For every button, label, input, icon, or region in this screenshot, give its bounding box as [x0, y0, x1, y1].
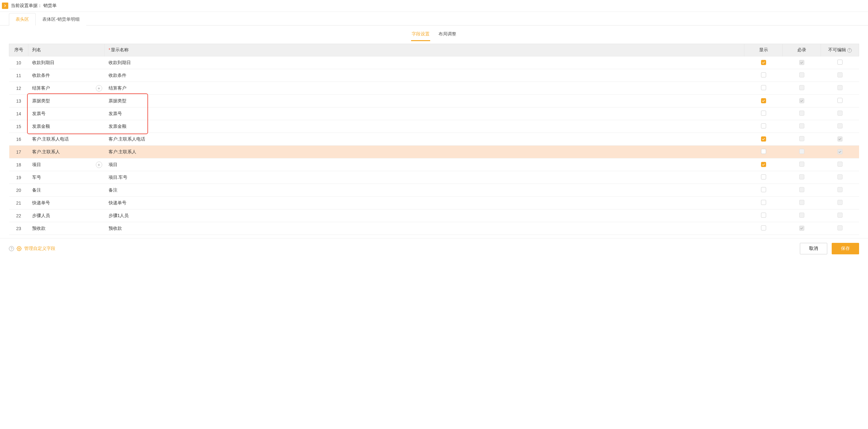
colname-cell: 快递单号 [28, 197, 105, 209]
show-cell [744, 222, 783, 235]
noedit-cell [821, 159, 859, 171]
noedit-cell [821, 146, 859, 159]
table-row: 23 预收款 预收款 [9, 222, 859, 235]
required-cell [783, 209, 821, 222]
display-name-cell[interactable]: 客户.主联系人 [105, 146, 744, 159]
noedit-checkbox [837, 73, 842, 78]
display-name-cell[interactable]: 备注 [105, 184, 744, 197]
seq-cell: 18 [9, 159, 28, 171]
show-cell [744, 184, 783, 197]
show-cell [744, 209, 783, 222]
sub-tab-1[interactable]: 布局调整 [438, 30, 457, 41]
noedit-checkbox [837, 187, 842, 192]
seq-cell: 23 [9, 222, 28, 235]
display-name-cell[interactable]: 项目 [105, 159, 744, 171]
show-checkbox[interactable] [761, 174, 766, 179]
display-name-cell[interactable]: 预收款 [105, 222, 744, 235]
display-name-cell[interactable]: 票据类型 [105, 95, 744, 107]
show-checkbox[interactable] [761, 98, 766, 103]
col-header-display: *显示名称 [105, 44, 744, 56]
table-row: 15 发票金额 发票金额 [9, 120, 859, 133]
table-body: 10 收款到期日 收款到期日 11 收款条件 收款条件 12 结算客户+ 结算客… [9, 56, 859, 235]
required-checkbox [799, 111, 804, 116]
noedit-checkbox [837, 162, 842, 167]
required-cell [783, 69, 821, 82]
colname-cell: 发票金额 [28, 120, 105, 133]
chevron-right-icon [3, 4, 7, 8]
noedit-checkbox [837, 149, 842, 154]
show-checkbox[interactable] [761, 85, 766, 90]
display-name-cell[interactable]: 客户.主联系人电话 [105, 133, 744, 146]
col-header-required: 必录 [783, 44, 821, 56]
noedit-cell [821, 222, 859, 235]
save-button[interactable]: 保存 [832, 243, 859, 254]
colname-cell: 车号 [28, 171, 105, 184]
table-row: 17 客户.主联系人 客户.主联系人 [9, 146, 859, 159]
cancel-button[interactable]: 取消 [800, 243, 827, 254]
display-name-cell[interactable]: 步骤1人员 [105, 209, 744, 222]
col-header-seq: 序号 [9, 44, 28, 56]
display-name-cell[interactable]: 快递单号 [105, 197, 744, 209]
display-name-cell[interactable]: 发票金额 [105, 120, 744, 133]
help-icon[interactable]: ? [847, 48, 852, 53]
noedit-cell [821, 56, 859, 69]
add-sub-field-icon[interactable]: + [96, 162, 102, 168]
show-cell [744, 146, 783, 159]
noedit-checkbox [837, 136, 842, 142]
required-cell [783, 133, 821, 146]
table-row: 11 收款条件 收款条件 [9, 69, 859, 82]
required-cell [783, 184, 821, 197]
required-checkbox [799, 85, 804, 90]
seq-cell: 14 [9, 107, 28, 120]
show-checkbox[interactable] [761, 60, 766, 65]
collapse-toggle[interactable] [2, 3, 8, 9]
display-name-cell[interactable]: 收款到期日 [105, 56, 744, 69]
noedit-cell [821, 209, 859, 222]
table-row: 21 快递单号 快递单号 [9, 197, 859, 209]
show-checkbox[interactable] [761, 123, 766, 128]
show-checkbox[interactable] [761, 212, 766, 218]
colname-cell: 预收款 [28, 222, 105, 235]
show-checkbox[interactable] [761, 162, 766, 167]
sub-tab-0[interactable]: 字段设置 [411, 30, 430, 41]
show-cell [744, 171, 783, 184]
table-row: 16 客户.主联系人电话 客户.主联系人电话 [9, 133, 859, 146]
show-checkbox[interactable] [761, 200, 766, 205]
area-tabs: 表头区表体区-销货单明细 [0, 13, 868, 26]
show-checkbox[interactable] [761, 187, 766, 192]
manage-custom-fields-link[interactable]: 管理自定义字段 [24, 246, 55, 252]
show-checkbox[interactable] [761, 225, 766, 230]
show-checkbox[interactable] [761, 73, 766, 78]
display-name-cell[interactable]: 结算客户 [105, 82, 744, 95]
show-checkbox[interactable] [761, 149, 766, 154]
required-checkbox [799, 212, 804, 218]
display-name-cell[interactable]: 发票号 [105, 107, 744, 120]
seq-cell: 17 [9, 146, 28, 159]
required-cell [783, 107, 821, 120]
colname-cell: 收款条件 [28, 69, 105, 82]
required-mark: * [108, 47, 110, 52]
add-sub-field-icon[interactable]: + [96, 85, 102, 91]
required-checkbox [799, 60, 804, 65]
noedit-checkbox[interactable] [837, 60, 842, 65]
display-name-cell[interactable]: 收款条件 [105, 69, 744, 82]
noedit-checkbox [837, 200, 842, 205]
area-tab-0[interactable]: 表头区 [9, 13, 36, 26]
display-name-cell[interactable]: 项目.车号 [105, 171, 744, 184]
required-cell [783, 120, 821, 133]
colname-cell: 结算客户+ [28, 82, 105, 95]
show-checkbox[interactable] [761, 111, 766, 116]
noedit-cell [821, 107, 859, 120]
footer-help-icon[interactable]: ? [9, 246, 14, 251]
seq-cell: 21 [9, 197, 28, 209]
fields-table: 序号 列名 *显示名称 显示 必录 不可编辑? 10 收款到期日 收款到期日 1… [9, 44, 859, 235]
table-row: 19 车号 项目.车号 [9, 171, 859, 184]
table-wrap: 序号 列名 *显示名称 显示 必录 不可编辑? 10 收款到期日 收款到期日 1… [0, 41, 868, 235]
area-tab-1[interactable]: 表体区-销货单明细 [36, 13, 86, 26]
seq-cell: 11 [9, 69, 28, 82]
table-row: 10 收款到期日 收款到期日 [9, 56, 859, 69]
show-checkbox[interactable] [761, 136, 766, 142]
colname-cell: 收款到期日 [28, 56, 105, 69]
noedit-checkbox[interactable] [837, 98, 842, 103]
show-cell [744, 95, 783, 107]
